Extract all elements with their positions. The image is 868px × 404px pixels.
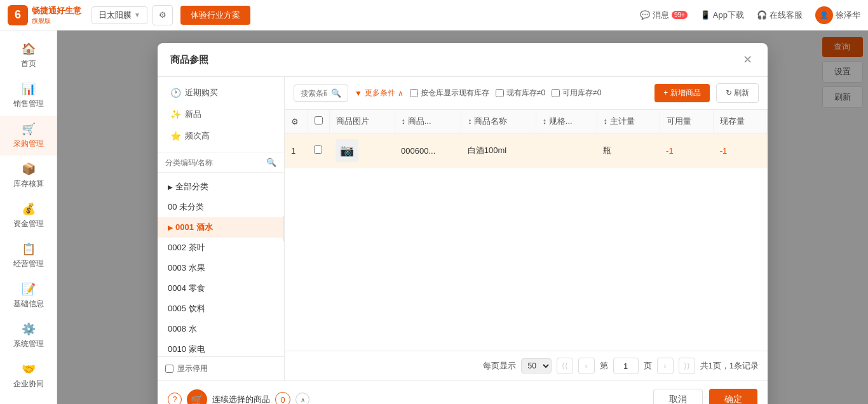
user-item[interactable]: 👤 徐泽华 [815, 6, 860, 24]
category-0001[interactable]: ▶ 0001 酒水 [158, 217, 284, 238]
category-0003[interactable]: 0003 水果 [158, 258, 284, 278]
category-00[interactable]: 00 未分类 [158, 197, 284, 217]
sidebar-item-collab[interactable]: 🤝 企业协同 [0, 356, 57, 396]
warehouse-filter-label: 按仓库显示现有库存 [421, 88, 489, 98]
trial-button[interactable]: 体验行业方案 [180, 6, 250, 25]
category-0005-label: 0005 饮料 [168, 303, 205, 314]
avatar: 👤 [815, 6, 833, 24]
home-icon: 🏠 [22, 42, 36, 56]
th-unit[interactable]: ↕ 主计量 [597, 110, 660, 133]
show-disabled-checkbox[interactable] [165, 365, 173, 373]
category-all-label: 全部分类 [175, 181, 208, 192]
modal-body: 🕐 近期购买 ✨ 新品 ⭐ 频次高 [158, 77, 768, 380]
per-page-label: 每页显示 [483, 360, 516, 372]
table-row: 1 📷 000600... 白酒100ml [285, 133, 768, 168]
available-nonzero-label: 可用库存≠0 [562, 88, 601, 98]
th-settings[interactable]: ⚙ [285, 110, 308, 133]
category-0010-label: 0010 家电 [168, 344, 205, 355]
search-icon[interactable]: 🔍 [331, 88, 341, 98]
row-code: 000600... [395, 133, 461, 168]
sidebar-item-sales[interactable]: 📊 销售管理 [0, 76, 57, 116]
filter-button[interactable]: ▼ 更多条件 ∧ [355, 88, 403, 98]
sidebar-label-purchase: 采购管理 [13, 138, 44, 149]
collapse-cart-button[interactable]: ∧ [295, 393, 309, 404]
help-icon[interactable]: ? [168, 393, 182, 404]
category-search-input[interactable] [165, 158, 266, 167]
gear-icon[interactable]: ⚙ [153, 5, 173, 25]
category-0008[interactable]: 0008 水 [158, 319, 284, 339]
cart-count: 0 [275, 392, 290, 404]
cart-button[interactable]: 🛒 [187, 389, 207, 404]
pagination-bar: 每页显示 50 ⟨⟨ ‹ 第 页 › ⟩⟩ 共1页，1条记录 [285, 351, 768, 380]
nav-selector[interactable]: 日太阳膜 ▼ [92, 6, 147, 24]
sidebar-item-manage[interactable]: 📋 经营管理 [0, 236, 57, 276]
th-name[interactable]: ↕ 商品名称 [461, 110, 536, 133]
page-prev-button[interactable]: ‹ [578, 358, 595, 374]
nav-right: 💬 消息 99+ 📱 App下载 🎧 在线客服 👤 徐泽华 [640, 6, 860, 24]
category-0010[interactable]: 0010 家电 [158, 339, 284, 356]
arrow-active-icon: ▶ [168, 224, 173, 231]
page-number-input[interactable] [613, 358, 639, 374]
sidebar-item-finance[interactable]: 💰 资金管理 [0, 196, 57, 236]
message-nav-item[interactable]: 💬 消息 99+ [640, 10, 688, 21]
page-last-button[interactable]: ⟩⟩ [679, 358, 695, 374]
service-item[interactable]: 🎧 在线客服 [757, 10, 803, 21]
product-search-input[interactable] [301, 89, 327, 98]
sidebar-label-home: 首页 [21, 58, 36, 69]
quick-link-new-label: 新品 [185, 109, 201, 120]
sidebar-item-home[interactable]: 🏠 首页 [0, 36, 57, 76]
quick-link-recent[interactable]: 🕐 近期购买 [165, 83, 276, 102]
modal-header: 商品参照 ✕ [158, 43, 768, 77]
modal-overlay: 商品参照 ✕ 🕐 近期购买 [57, 30, 868, 404]
category-0008-label: 0008 水 [168, 323, 197, 335]
per-page-select[interactable]: 50 [521, 358, 552, 374]
available-nonzero-checkbox[interactable] [552, 89, 560, 97]
stock-nonzero-filter[interactable]: 现有库存≠0 [496, 88, 545, 98]
category-search-icon[interactable]: 🔍 [266, 158, 276, 167]
stock-nonzero-checkbox[interactable] [496, 89, 504, 97]
left-panel: 🕐 近期购买 ✨ 新品 ⭐ 频次高 [158, 77, 285, 380]
quick-link-new[interactable]: ✨ 新品 [165, 105, 276, 124]
sidebar-item-inventory[interactable]: 📦 库存核算 [0, 156, 57, 196]
th-spec[interactable]: ↕ 规格... [536, 110, 597, 133]
inventory-icon: 📦 [22, 162, 36, 176]
category-all[interactable]: ▶ 全部分类 [158, 177, 284, 197]
sales-icon: 📊 [22, 82, 36, 96]
warehouse-filter[interactable]: 按仓库显示现有库存 [410, 88, 489, 98]
select-all-checkbox[interactable] [315, 116, 323, 125]
sidebar-item-purchase[interactable]: 🛒 采购管理 [0, 116, 57, 156]
filter-icon: ▼ [355, 89, 362, 98]
category-0005[interactable]: 0005 饮料 [158, 299, 284, 319]
message-badge: 99+ [672, 11, 688, 19]
sidebar-item-guide[interactable]: 📖 新手引导 [0, 396, 57, 404]
category-0003-label: 0003 水果 [168, 262, 205, 274]
cancel-button[interactable]: 取消 [653, 389, 703, 404]
th-code[interactable]: ↕ 商品... [395, 110, 461, 133]
app-download-item[interactable]: 📱 App下载 [700, 10, 744, 21]
add-product-button[interactable]: + 新增商品 [654, 84, 709, 102]
page-next-button[interactable]: › [657, 358, 674, 374]
refresh-table-button[interactable]: ↻ 刷新 [716, 83, 759, 103]
modal-close-button[interactable]: ✕ [740, 52, 755, 67]
warehouse-checkbox[interactable] [410, 89, 418, 97]
sidebar-item-system[interactable]: ⚙️ 系统管理 [0, 316, 57, 356]
sidebar: 🏠 首页 📊 销售管理 🛒 采购管理 📦 库存核算 💰 资金管理 📋 经营管理 … [0, 30, 57, 404]
collab-icon: 🤝 [22, 362, 36, 376]
quick-link-recent-label: 近期购买 [185, 87, 218, 98]
page-first-button[interactable]: ⟨⟨ [557, 358, 573, 374]
page-label: 第 [600, 360, 608, 372]
quick-link-frequent[interactable]: ⭐ 频次高 [165, 126, 276, 145]
system-icon: ⚙️ [22, 322, 36, 336]
category-0002[interactable]: 0002 茶叶 [158, 238, 284, 258]
row-checkbox[interactable] [314, 145, 322, 154]
page-of-label: 页 [644, 360, 652, 372]
main-layout: 🏠 首页 📊 销售管理 🛒 采购管理 📦 库存核算 💰 资金管理 📋 经营管理 … [0, 30, 868, 404]
category-0004[interactable]: 0004 零食 [158, 278, 284, 299]
sidebar-item-base[interactable]: 📝 基础信息 [0, 276, 57, 316]
available-nonzero-filter[interactable]: 可用库存≠0 [552, 88, 601, 98]
confirm-button[interactable]: 确定 [709, 389, 757, 404]
product-search-box: 🔍 [294, 84, 348, 102]
sidebar-label-system: 系统管理 [13, 339, 44, 349]
category-0002-label: 0002 茶叶 [168, 242, 205, 253]
right-toolbar: 🔍 ▼ 更多条件 ∧ 按仓库显示现有库存 [285, 77, 768, 110]
